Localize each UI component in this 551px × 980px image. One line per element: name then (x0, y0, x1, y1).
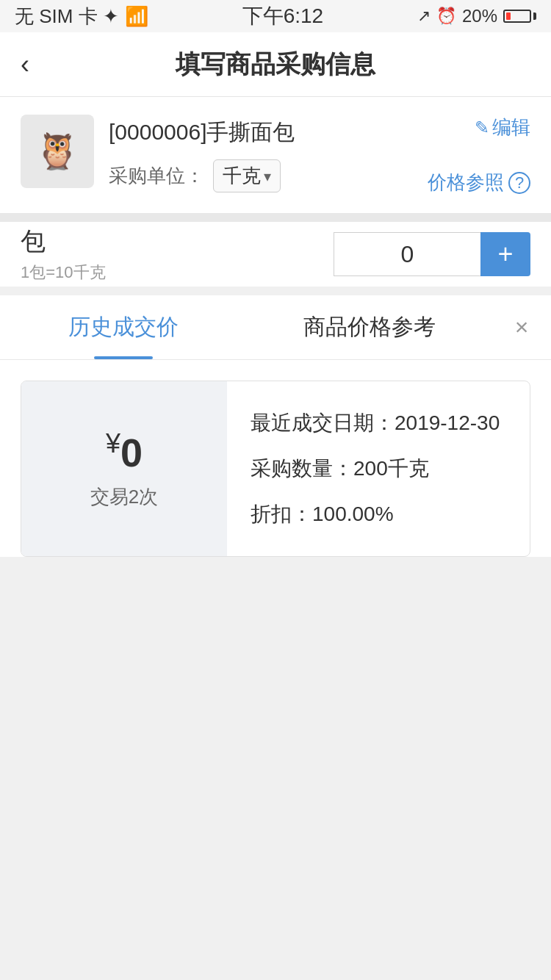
sim-label: 无 SIM 卡 ✦ (15, 4, 119, 29)
trade-count: 交易2次 (90, 484, 158, 510)
price-card-left: ¥0 交易2次 (21, 381, 227, 556)
tab-history-price[interactable]: 历史成交价 (0, 295, 246, 359)
back-button[interactable]: ‹ (21, 49, 29, 80)
product-unit-row: 采购单位： 千克 ▾ (109, 159, 295, 192)
quantity-label: 包 1包=10千克 (21, 225, 106, 284)
discount-row: 折扣：100.00% (251, 499, 506, 530)
price-card-right: 最近成交日期：2019-12-30 采购数量：200千克 折扣：100.00% (227, 381, 530, 556)
quantity-main-label: 包 (21, 225, 106, 259)
product-right: ✎ 编辑 价格参照 ? (428, 115, 530, 195)
battery-percent: 20% (462, 6, 497, 26)
unit-label: 采购单位： (109, 163, 204, 189)
edit-button[interactable]: ✎ 编辑 (475, 115, 530, 140)
purchase-qty-row: 采购数量：200千克 (251, 453, 506, 484)
edit-icon: ✎ (475, 118, 489, 138)
tab-price-ref[interactable]: 商品价格参考 (246, 295, 492, 359)
location-icon: ↗ (417, 7, 431, 26)
quantity-input[interactable] (334, 232, 480, 276)
product-section: 🦉 [0000006]手撕面包 采购单位： 千克 ▾ ✎ 编辑 (0, 97, 551, 213)
recent-date-row: 最近成交日期：2019-12-30 (251, 408, 506, 439)
tab-bar: 历史成交价 商品价格参考 × (0, 295, 551, 360)
price-amount: ¥0 (106, 428, 143, 475)
quantity-plus-button[interactable]: + (480, 232, 530, 276)
separator (0, 213, 551, 222)
product-name: [0000006]手撕面包 (109, 118, 295, 148)
alarm-icon: ⏰ (436, 7, 456, 26)
panel-section: 历史成交价 商品价格参考 × ¥0 交易2次 最近成交日期：2019-12-30… (0, 295, 551, 557)
unit-select[interactable]: 千克 ▾ (213, 159, 281, 192)
status-right: ↗ ⏰ 20% (417, 6, 536, 26)
price-card: ¥0 交易2次 最近成交日期：2019-12-30 采购数量：200千克 折扣：… (21, 381, 530, 557)
quantity-section: 包 1包=10千克 + (0, 222, 551, 287)
product-image-icon: 🦉 (35, 131, 79, 172)
status-left: 无 SIM 卡 ✦ 📶 (15, 4, 148, 29)
battery-icon (503, 10, 536, 23)
panel-close-button[interactable]: × (492, 295, 551, 359)
page-title: 填写商品采购信息 (176, 48, 375, 82)
product-info: [0000006]手撕面包 采购单位： 千克 ▾ (109, 115, 295, 192)
quantity-input-wrap: + (334, 232, 530, 276)
status-bar: 无 SIM 卡 ✦ 📶 下午6:12 ↗ ⏰ 20% (0, 0, 551, 32)
nav-bar: ‹ 填写商品采购信息 (0, 32, 551, 97)
main-background (0, 577, 551, 980)
dropdown-arrow-icon: ▾ (264, 167, 271, 185)
price-ref-button[interactable]: 价格参照 ? (428, 170, 530, 195)
help-icon: ? (508, 172, 530, 194)
status-time: 下午6:12 (242, 2, 324, 30)
product-thumbnail: 🦉 (21, 115, 94, 188)
wifi-icon: 📶 (125, 5, 148, 28)
quantity-sub-label: 1包=10千克 (21, 262, 106, 284)
